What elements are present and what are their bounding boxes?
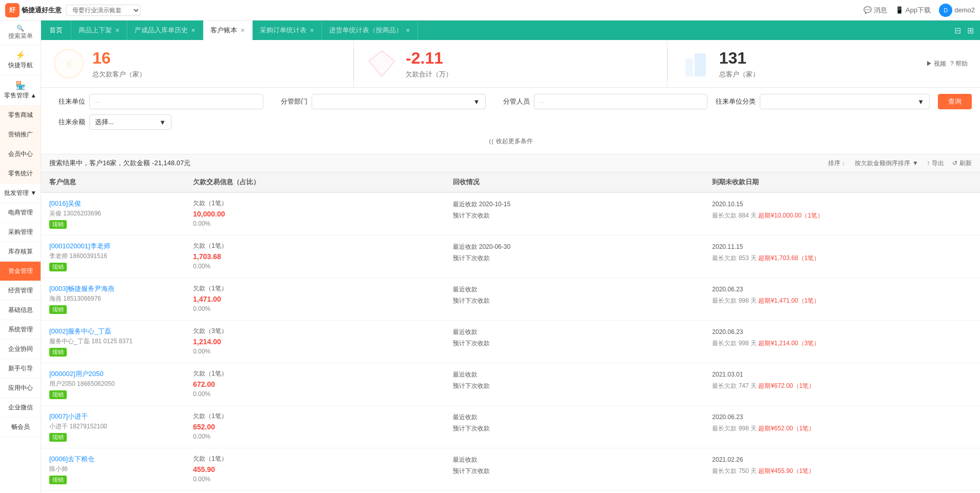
total-customers-number: 131 bbox=[719, 49, 918, 68]
collapse-filter-btn[interactable]: ⟨⟨ 收起更多条件 bbox=[49, 135, 972, 148]
customer-contact: 海燕 18513066976 bbox=[49, 294, 193, 303]
status-badge: 现销 bbox=[49, 263, 67, 271]
dept-select[interactable]: ▼ bbox=[312, 94, 486, 109]
debt-percent: 0.00% bbox=[193, 263, 453, 270]
sidebar-item-purchase[interactable]: 采购管理 bbox=[0, 223, 41, 242]
debt-amount[interactable]: 672.00 bbox=[193, 380, 453, 388]
video-btn[interactable]: ▶ 视频 bbox=[926, 60, 946, 68]
svg-rect-3 bbox=[685, 58, 693, 76]
sidebar-item-app-center[interactable]: 应用中心 bbox=[0, 379, 41, 398]
tab-expand-btn[interactable]: ⊞ bbox=[965, 25, 976, 36]
overdue-days: 最长欠款 998 天 超期¥652.00（1笔） bbox=[712, 423, 972, 435]
overdue-link[interactable]: 超期¥1,471.00（1笔） bbox=[758, 297, 820, 304]
overdue-link[interactable]: 超期¥1,703.68（1笔） bbox=[758, 254, 820, 262]
overdue-link[interactable]: 超期¥652.00（1笔） bbox=[758, 425, 815, 432]
tab-home[interactable]: 首页 bbox=[41, 21, 71, 40]
sidebar-item-ecommerce[interactable]: 电商管理 bbox=[0, 203, 41, 223]
customer-name[interactable]: [0001020001]李老师 bbox=[49, 242, 193, 251]
balance-select[interactable]: 选择... ▼ bbox=[89, 114, 171, 130]
user-menu[interactable]: D demo2 bbox=[939, 4, 975, 17]
app-download-btn[interactable]: 📱 App下载 bbox=[895, 6, 931, 15]
customer-contact: 小进干 18279152100 bbox=[49, 422, 193, 431]
help-btn[interactable]: ? 帮助 bbox=[950, 60, 968, 68]
close-tab-product-status[interactable]: ✕ bbox=[115, 28, 120, 33]
topbar-left: 好 畅捷通好生意 母婴行业演示账套 bbox=[5, 3, 141, 17]
sidebar-item-new-guide[interactable]: 新手引导 bbox=[0, 359, 41, 379]
overdue-link[interactable]: 超期¥1,214.00（3笔） bbox=[758, 340, 820, 347]
debt-count: 欠款（1笔） bbox=[193, 455, 453, 463]
customer-name[interactable]: [0006]去下粮仓 bbox=[49, 455, 193, 464]
tab-product-status[interactable]: 商品上下架 ✕ bbox=[71, 21, 127, 40]
due-date: 2020.11.15 bbox=[712, 242, 972, 253]
stat-card-debt-customers: ¥ 16 总欠款客户（家） bbox=[41, 40, 354, 87]
sidebar-item-enterprise-coop[interactable]: 企业协同 bbox=[0, 340, 41, 359]
close-tab-product-history[interactable]: ✕ bbox=[191, 28, 196, 33]
table-row: [0001020001]李老师 李老师 18600391516 现销 欠款（1笔… bbox=[41, 235, 980, 278]
sidebar-item-operation[interactable]: 经营管理 bbox=[0, 281, 41, 301]
person-input[interactable] bbox=[534, 94, 708, 109]
sidebar-item-retail-mall[interactable]: 零售商城 bbox=[0, 106, 41, 125]
message-btn[interactable]: 💬 消息 bbox=[863, 6, 887, 15]
overdue-info-cell: 2021.03.01 最长欠款 747 天 超期¥672.00（1笔） bbox=[712, 369, 972, 391]
sidebar-item-finance[interactable]: 资金管理 bbox=[0, 262, 41, 281]
sidebar-item-quick-nav[interactable]: ⚡ 快捷导航 bbox=[0, 45, 41, 75]
due-date: 2021.03.01 bbox=[712, 369, 972, 381]
customer-name[interactable]: [0003]畅捷服务尹海燕 bbox=[49, 284, 193, 293]
table-row: [000001]黄思源 黄思源 13552700226 现销 欠款（1笔） 42… bbox=[41, 491, 980, 493]
debt-amount[interactable]: 1,471.00 bbox=[193, 295, 453, 303]
sidebar-item-system[interactable]: 系统管理 bbox=[0, 320, 41, 340]
sidebar-item-vip-member[interactable]: 畅会员 bbox=[0, 418, 41, 437]
close-tab-purchase-order[interactable]: ✕ bbox=[310, 28, 314, 33]
customer-name[interactable]: [0016]吴俊 bbox=[49, 199, 193, 208]
customer-name[interactable]: [000002]用户2050 bbox=[49, 369, 193, 379]
debt-amount[interactable]: 652.00 bbox=[193, 423, 453, 431]
sidebar-item-retail-mgmt[interactable]: 🏪 零售管理 ▲ bbox=[0, 75, 41, 106]
customer-name[interactable]: [0002]服务中心_丁磊 bbox=[49, 327, 193, 336]
debt-amount[interactable]: 10,000.00 bbox=[193, 210, 453, 218]
sidebar-item-basic-info[interactable]: 基础信息 bbox=[0, 301, 41, 320]
next-collection: 预计下次收款 bbox=[453, 253, 713, 264]
due-date: 2020.06.23 bbox=[712, 412, 972, 423]
tab-purchase-order[interactable]: 采购订单统计表 ✕ bbox=[253, 21, 322, 40]
last-collection: 最近收款 bbox=[453, 412, 713, 423]
last-collection: 最近收款 bbox=[453, 455, 713, 466]
sidebar-item-batch-mgmt[interactable]: 批发管理 ▼ bbox=[0, 184, 41, 203]
customer-name[interactable]: [0007]小进干 bbox=[49, 412, 193, 421]
next-collection: 预计下次收款 bbox=[453, 381, 713, 392]
export-btn[interactable]: ↑ 导出 bbox=[927, 159, 944, 168]
debt-count: 欠款（3笔） bbox=[193, 327, 453, 336]
collection-info-cell: 最近收款 预计下次收款 bbox=[453, 455, 713, 477]
sidebar-item-retail-stats[interactable]: 零售统计 bbox=[0, 164, 41, 184]
collection-info-cell: 最近收款 2020-06-30 预计下次收款 bbox=[453, 242, 713, 264]
unit-class-select[interactable]: ▼ bbox=[760, 94, 930, 109]
refresh-btn[interactable]: ↺ 刷新 bbox=[952, 159, 972, 168]
tab-purchase-stats[interactable]: 进货单统计表（按商品） ✕ bbox=[322, 21, 418, 40]
last-collection: 最近收款 bbox=[453, 284, 713, 295]
filter-balance: 往来余额 选择... ▼ bbox=[49, 114, 972, 130]
customer-info-cell: [0003]畅捷服务尹海燕 海燕 18513066976 现销 bbox=[49, 284, 193, 314]
overdue-link[interactable]: 超期¥10,000.00（1笔） bbox=[758, 212, 823, 219]
tab-product-history[interactable]: 产成品入库单历史 ✕ bbox=[127, 21, 203, 40]
close-tab-purchase-stats[interactable]: ✕ bbox=[406, 28, 410, 33]
debt-amount[interactable]: 1,214.00 bbox=[193, 338, 453, 346]
overdue-days: 最长欠款 750 天 超期¥455.90（1笔） bbox=[712, 466, 972, 477]
company-select[interactable]: 母婴行业演示账套 bbox=[66, 5, 141, 16]
tab-collapse-btn[interactable]: ⊟ bbox=[952, 25, 963, 36]
debt-amount[interactable]: 455.90 bbox=[193, 465, 453, 474]
stat-content-total-customers: 131 总客户（家） bbox=[719, 49, 918, 79]
tab-customer-account[interactable]: 客户账本 ✕ bbox=[203, 21, 253, 40]
from-unit-input[interactable] bbox=[89, 94, 263, 109]
overdue-link[interactable]: 超期¥455.90（1笔） bbox=[758, 467, 815, 475]
sidebar-item-members[interactable]: 会员中心 bbox=[0, 145, 41, 164]
sort-select[interactable]: 按欠款金额倒序排序 ▼ bbox=[855, 159, 918, 168]
search-button[interactable]: 查询 bbox=[938, 94, 972, 109]
overdue-link[interactable]: 超期¥672.00（1笔） bbox=[758, 382, 815, 389]
overdue-days: 最长欠款 998 天 超期¥1,471.00（1笔） bbox=[712, 295, 972, 307]
sidebar-item-inventory[interactable]: 库存核算 bbox=[0, 242, 41, 262]
sidebar-item-enterprise-wechat[interactable]: 企业微信 bbox=[0, 398, 41, 418]
search-menu-btn[interactable]: 🔍搜索菜单 bbox=[0, 21, 41, 45]
sidebar-item-marketing[interactable]: 营销推广 bbox=[0, 125, 41, 145]
debt-amount[interactable]: 1,703.68 bbox=[193, 252, 453, 261]
close-tab-customer-account[interactable]: ✕ bbox=[240, 28, 245, 33]
due-date: 2020.10.15 bbox=[712, 199, 972, 210]
